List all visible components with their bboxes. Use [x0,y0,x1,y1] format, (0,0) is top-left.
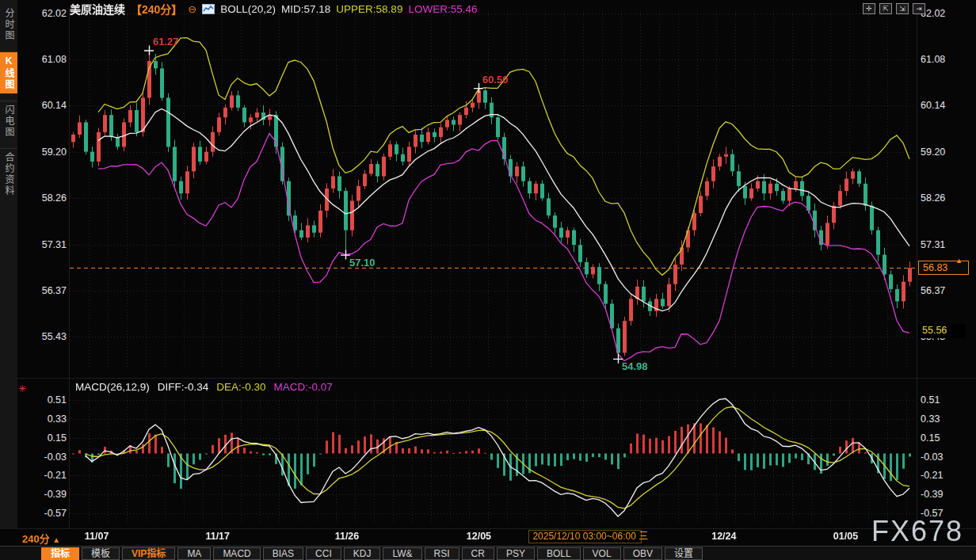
sidebar-item-闪电图[interactable]: 闪电图 [0,101,17,141]
toolbar-item-CCI[interactable]: CCI [306,547,341,560]
price-axis-label: 55.43 [19,330,67,343]
chart-header: 美原油连续 【240分】 ⊖ BOLL(20,2) MID:57.18 UPPE… [70,2,477,16]
price-axis-label: 62.02 [19,7,67,20]
macd-axis-label: 0.15 [19,432,67,444]
toolbar-item-BIAS[interactable]: BIAS [263,547,303,560]
toolbar-item-模板[interactable]: 模板 [82,547,120,560]
axis-scale-left-icon[interactable]: ⇱ [879,3,892,14]
price-up-arrow-icon: ▲ [955,257,963,265]
toolbar-item-CR[interactable]: CR [462,547,494,560]
date-tick-12/05: 12/05 [467,531,491,542]
band-low-badge: 55.56 [918,324,966,338]
price-axis-label: 59.20 [921,146,945,158]
price-mark-57.10: 57.10 [349,257,376,269]
toolbar-item-VIP指标[interactable]: VIP指标 [122,547,175,560]
date-tick-12/24: 12/24 [711,531,736,542]
price-axis-label: 61.08 [19,53,67,66]
pan-tool-icon[interactable]: ✛ [863,3,875,14]
selected-candle-date: 2025/12/10 03:00~06:00 三 [528,530,642,543]
macd-axis-label: -0.03 [19,451,67,463]
macd-axis-label: 0.51 [19,394,67,406]
sidebar-item-合约资料[interactable]: 合约资料 [0,148,17,200]
period-arrow-icon: ▲ [52,535,60,544]
chart-mode-sidebar: 分时图K线图闪电图合约资料 [0,0,17,529]
price-axis-label: 57.31 [921,238,945,251]
boll-indicator-label: BOLL(20,2) [220,3,276,15]
toolbar-item-BOLL[interactable]: BOLL [537,547,581,560]
price-axis-label: 60.14 [19,99,67,112]
toolbar-item-MACD[interactable]: MACD [213,547,260,560]
boll-lower-value: LOWER:55.46 [408,3,477,15]
toolbar-item-PSY[interactable]: PSY [497,547,535,560]
price-mark-60.50: 60.50 [482,74,509,86]
price-axis-label: 57.31 [19,238,67,251]
toolbar-item-RSI[interactable]: RSI [425,547,459,560]
trading-terminal: 分时图K线图闪电图合约资料 美原油连续 【240分】 ⊖ BOLL(20,2) … [0,0,976,560]
macd-axis-label: 0.51 [921,394,940,406]
indicator-toolbar: 指标模板VIP指标MAMACDBIASCCIKDJLW&RSICRPSYBOLL… [0,546,976,560]
toolbar-item-OBV[interactable]: OBV [623,547,662,560]
price-axis-label: 60.14 [921,99,945,112]
toolbar-item-VOL[interactable]: VOL [583,547,621,560]
macd-axis-label: -0.39 [19,488,67,501]
period-label: 240分 [22,533,50,545]
price-axis-label: 56.37 [19,284,67,297]
toolbar-item-指标[interactable]: 指标 [41,547,79,560]
macd-axis-label: -0.03 [921,451,944,463]
date-tick-11/17: 11/17 [205,531,230,542]
right-gutter-line [917,8,917,529]
date-tick-11/26: 11/26 [335,531,360,542]
axis-scale-right-icon[interactable]: ⇲ [896,3,909,14]
sidebar-item-K线图[interactable]: K线图 [0,51,17,93]
macd-axis-label: 0.33 [921,413,940,425]
xaxis-row: 240分 ▲ 2025/12/10 03:00~06:00 三 11/0711/… [0,529,976,545]
toolbar-item-设置[interactable]: 设置 [665,547,703,560]
boll-upper-value: UPPER:58.89 [336,3,402,15]
price-axis-label: 58.26 [19,192,67,204]
kline-chart-icon[interactable] [202,4,215,14]
macd-axis-label: -0.39 [921,488,944,501]
price-macd-chart[interactable] [70,8,917,529]
macd-header: MACD(26,12,9) DIFF:-0.34 DEA:-0.30 MACD:… [75,381,333,393]
collapse-icon[interactable]: ⊖ [188,3,196,15]
price-axis-label: 58.26 [921,192,945,204]
date-tick-11/07: 11/07 [85,531,109,542]
macd-panel-icon[interactable]: ✳ [18,383,26,394]
macd-axis-label: -0.21 [921,469,944,482]
price-axis-label: 56.37 [921,284,945,297]
chart-tools: ✛ ⇱ ⇲ ⇥ [863,3,925,14]
price-mark-54.98: 54.98 [622,360,648,372]
macd-axis-label: -0.21 [19,469,67,482]
symbol-title: 美原油连续 [70,1,125,17]
macd-diff-value: DIFF:-0.34 [158,381,209,393]
macd-macd-value: MACD:-0.07 [274,381,333,393]
macd-axis-label: 0.33 [19,413,67,425]
sidebar-item-分时图[interactable]: 分时图 [0,5,17,44]
axis-scale-x-icon[interactable]: ⇥ [913,3,925,14]
macd-dea-value: DEA:-0.30 [216,381,265,393]
period-dropdown[interactable]: 240分 ▲ [22,531,60,546]
price-axis-label: 59.20 [19,146,67,158]
macd-axis-label: -0.57 [19,507,67,520]
macd-axis-label: 0.15 [921,432,940,444]
price-mark-61.27: 61.27 [153,36,179,48]
toolbar-item-LW&[interactable]: LW& [383,547,421,560]
boll-mid-value: MID:57.18 [281,3,330,15]
toolbar-item-KDJ[interactable]: KDJ [344,547,381,560]
period-tag: 【240分】 [131,1,182,17]
macd-title: MACD(26,12,9) [75,381,150,393]
price-axis-label: 61.08 [921,53,945,66]
toolbar-item-MA[interactable]: MA [177,547,211,560]
date-tick-01/05: 01/05 [833,531,858,542]
